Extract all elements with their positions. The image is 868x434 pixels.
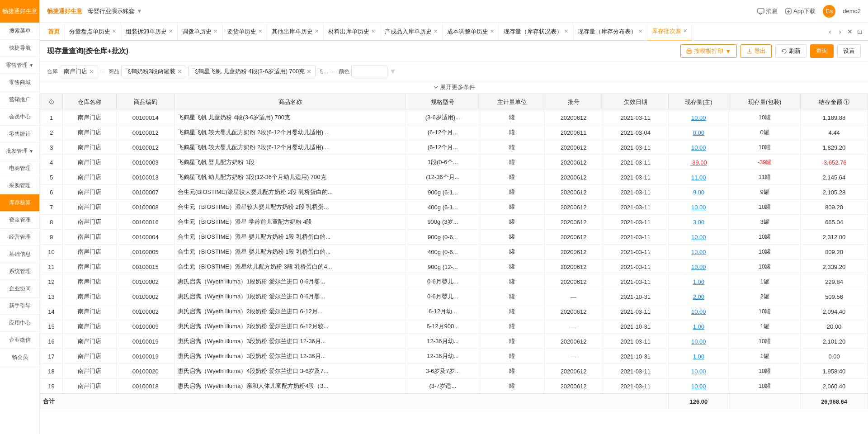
sidebar-item-1[interactable]: 快捷导航 [0, 40, 39, 57]
cell-batch-5: 20200612 [544, 185, 603, 200]
cell-qty-main-12[interactable]: 2.00 [668, 289, 729, 304]
tab-close-5[interactable]: ✕ [315, 28, 319, 34]
warehouse-remove[interactable]: ✕ [89, 68, 94, 75]
cell-qty-main-4[interactable]: 11.00 [668, 170, 729, 185]
sidebar-item-3[interactable]: 零售商城 [0, 74, 39, 91]
tab-close-2[interactable]: ✕ [169, 28, 173, 34]
nav-tab-0[interactable]: 首页 [43, 23, 65, 41]
sidebar-item-12[interactable]: 经营管理 [0, 229, 39, 246]
sidebar-item-11[interactable]: 资金管理 [0, 212, 39, 229]
cell-qty-main-17[interactable]: 10.00 [668, 364, 729, 379]
warehouse-tag[interactable]: 南岸门店 ✕ [60, 66, 98, 77]
app-download-btn[interactable]: App下载 [785, 7, 816, 15]
cell-qty-main-5[interactable]: 9.00 [668, 185, 729, 200]
sidebar-item-15[interactable]: 企业协同 [0, 280, 39, 297]
cell-unit-17: 罐 [480, 364, 544, 379]
sidebar-item-10[interactable]: 库存核算 [0, 194, 39, 212]
nav-tab-11[interactable]: 库存批次账✕ [647, 23, 692, 41]
cell-qty-main-10[interactable]: 10.00 [668, 259, 729, 274]
sidebar-item-4[interactable]: 营销推广 [0, 91, 39, 108]
product-tag-2-remove[interactable]: ✕ [307, 68, 311, 75]
table-header-row: ⚙ 仓库名称 商品编码 商品名称 规格型号 主计量单位 批号 失效日期 现存量(… [40, 94, 868, 110]
sidebar-item-5[interactable]: 会员中心 [0, 108, 39, 126]
nav-tab-8[interactable]: 成本调整单历史✕ [443, 23, 499, 41]
industry-dropdown[interactable]: ▼ [137, 8, 142, 14]
cell-qty-main-0[interactable]: 10.00 [668, 110, 729, 125]
cell-qty-main-14[interactable]: 1.00 [668, 319, 729, 334]
warehouse-more[interactable]: ··· [100, 68, 105, 75]
nav-tab-9[interactable]: 现存量（库存状况表）✕ [499, 23, 573, 41]
nav-maximize[interactable]: ⊡ [855, 27, 864, 36]
tab-close-9[interactable]: ✕ [564, 28, 568, 34]
sidebar-item-18[interactable]: 企业微信 [0, 332, 39, 349]
tab-close-8[interactable]: ✕ [490, 28, 494, 34]
sidebar-item-2[interactable]: 零售管理 ▼ [0, 57, 39, 74]
product-tag-1[interactable]: 飞鹤奶粉3段两罐装 ✕ [121, 66, 186, 77]
tab-close-7[interactable]: ✕ [434, 28, 438, 34]
sidebar-item-17[interactable]: 应用中心 [0, 315, 39, 332]
nav-left-arrow[interactable]: ‹ [826, 27, 835, 36]
sidebar-item-0[interactable]: 搜索菜单 [0, 23, 39, 40]
user-avatar[interactable]: Ea [823, 5, 835, 18]
sidebar-item-14[interactable]: 系统管理 [0, 263, 39, 280]
cell-qty-main-2[interactable]: 10.00 [668, 140, 729, 155]
product-tag-1-remove[interactable]: ✕ [177, 68, 182, 75]
table-row: 19 南岸门店 00100018 惠氏启隽（Wyeth illuma）亲和人体儿… [40, 379, 868, 394]
cell-qty-main-11[interactable]: 1.00 [668, 274, 729, 289]
cell-qty-main-7[interactable]: 3.00 [668, 215, 729, 230]
print-btn[interactable]: 按模板打印 ▼ [680, 44, 737, 58]
cell-qty-main-8[interactable]: 10.00 [668, 230, 729, 245]
export-btn[interactable]: 导出 [741, 44, 772, 58]
nav-tab-2[interactable]: 组装拆卸单历史✕ [121, 23, 178, 41]
tab-label-7: 产成品入库单历史 [385, 28, 432, 36]
query-btn[interactable]: 查询 [810, 44, 834, 58]
tab-close-10[interactable]: ✕ [638, 28, 642, 34]
nav-tab-6[interactable]: 材料出库单历史✕ [324, 23, 380, 41]
tab-close-3[interactable]: ✕ [213, 28, 217, 34]
username[interactable]: demo2 [843, 8, 861, 14]
color-input[interactable] [351, 66, 387, 77]
cell-qty-main-15[interactable]: 10.00 [668, 334, 729, 349]
cell-qty-main-18[interactable]: 10.00 [668, 379, 729, 394]
cell-qty-main-3[interactable]: -39.00 [668, 155, 729, 170]
nav-tab-7[interactable]: 产成品入库单历史✕ [380, 23, 443, 41]
product-more[interactable]: 飞... [317, 67, 328, 75]
cell-code-18: 00100018 [116, 379, 175, 394]
cell-qty-main-16[interactable]: 1.00 [668, 349, 729, 364]
sidebar-item-9[interactable]: 采购管理 [0, 177, 39, 194]
table-row: 12 南岸门店 00100002 惠氏启隽（Wyeth illuma）1段奶粉 … [40, 274, 868, 289]
sidebar-item-16[interactable]: 新手引导 [0, 297, 39, 315]
cell-qty-main-6[interactable]: 10.00 [668, 200, 729, 215]
nav-tab-4[interactable]: 要货单历史✕ [222, 23, 267, 41]
cell-qty-main-1[interactable]: 0.00 [668, 125, 729, 140]
tab-close-6[interactable]: ✕ [371, 28, 375, 34]
nav-right-arrow[interactable]: › [835, 27, 844, 36]
tab-close-11[interactable]: ✕ [683, 28, 687, 34]
nav-tab-1[interactable]: 分量盘点单历史✕ [65, 23, 121, 41]
cell-warehouse-1: 南岸门店 [63, 125, 117, 140]
nav-tab-10[interactable]: 现存量（库存分布表）✕ [573, 23, 647, 41]
cell-qty-main-9[interactable]: 10.00 [668, 245, 729, 259]
nav-close-tab[interactable]: ✕ [845, 27, 854, 36]
nav-tab-3[interactable]: 调拨单历史✕ [178, 23, 222, 41]
cell-qty-main-13[interactable]: 10.00 [668, 304, 729, 319]
sidebar-item-6[interactable]: 零售统计 [0, 126, 39, 143]
tab-close-4[interactable]: ✕ [258, 28, 262, 34]
expand-btn[interactable]: 展开更多条件 [433, 83, 475, 91]
settings-btn[interactable]: 设置 [837, 44, 861, 58]
refresh-btn[interactable]: 刷新 [775, 44, 807, 58]
cell-name-10: 合生元（BIOSTIME）派星幼儿配方奶粉 3段 乳桥蛋白的4... [175, 259, 406, 274]
tab-close-1[interactable]: ✕ [112, 28, 116, 34]
product-tag-2[interactable]: 飞鹤星飞帆 儿童奶粉 4段(3-6岁适用) 700克 ✕ [188, 66, 316, 77]
sidebar-item-19[interactable]: 畅会员 [0, 349, 39, 366]
col-settings[interactable]: ⚙ [40, 94, 63, 110]
nav-tab-5[interactable]: 其他出库单历史✕ [267, 23, 324, 41]
sidebar-item-7[interactable]: 批发管理 ▼ [0, 143, 39, 160]
col-name: 商品名称 [175, 94, 406, 110]
sidebar-item-13[interactable]: 基础信息 [0, 246, 39, 263]
color-dropdown-arrow[interactable]: ▼ [389, 67, 396, 75]
cell-warehouse-5: 南岸门店 [63, 185, 117, 200]
message-btn[interactable]: 消息 [757, 7, 778, 15]
sidebar-item-8[interactable]: 电商管理 [0, 160, 39, 177]
product-extra[interactable]: ··· [330, 68, 335, 75]
